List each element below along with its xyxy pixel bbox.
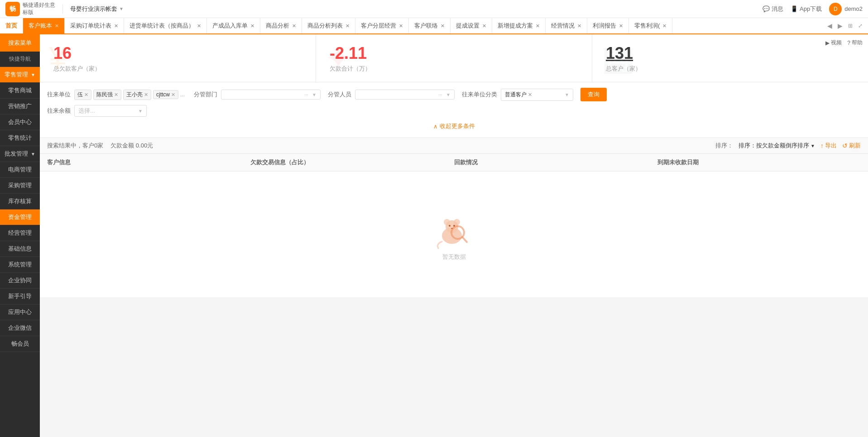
data-table: 客户信息 欠款交易信息（占比） 回款情况 到期未收款日期 bbox=[40, 154, 868, 297]
video-icon: ▶ bbox=[825, 40, 830, 46]
unit-type-select[interactable]: 普通客户 ✕ ▼ bbox=[501, 89, 573, 101]
tab-cost-inbound[interactable]: 产成品入库单 ✕ bbox=[207, 18, 260, 34]
collapse-btn[interactable]: ∧ 收起更多条件 bbox=[47, 120, 861, 132]
tab-inbound-stats[interactable]: 进货单统计表（按商品） ✕ bbox=[124, 18, 207, 34]
sidebar-item-wechat[interactable]: 企业微信 bbox=[0, 320, 40, 336]
remove-tag-chen[interactable]: ✕ bbox=[114, 92, 118, 98]
unit-more-btn[interactable]: ... bbox=[180, 91, 185, 98]
video-btn[interactable]: ▶ 视频 bbox=[825, 39, 842, 47]
sidebar-item-marketing[interactable]: 营销推广 bbox=[0, 99, 40, 114]
message-btn[interactable]: 💬 消息 bbox=[762, 5, 783, 13]
close-tab-profit[interactable]: ✕ bbox=[619, 23, 623, 29]
search-result-bar: 搜索结果中，客户0家 欠款金额 0.00元 排序： 排序：按欠款金额倒序排序 ▼… bbox=[40, 138, 868, 154]
tab-product-analysis[interactable]: 商品分析 ✕ bbox=[260, 18, 302, 34]
sidebar-item-app-center[interactable]: 应用中心 bbox=[0, 304, 40, 320]
unit-filter-label: 往来单位 bbox=[47, 90, 71, 99]
close-tab-accounts[interactable]: ✕ bbox=[55, 23, 59, 29]
close-tab-new-improve[interactable]: ✕ bbox=[536, 23, 540, 29]
remove-tag-wu[interactable]: ✕ bbox=[84, 92, 88, 98]
sidebar-item-operation[interactable]: 经营管理 bbox=[0, 225, 40, 241]
sidebar-item-ecommerce[interactable]: 电商管理 bbox=[0, 162, 40, 178]
sidebar-item-retail-stats[interactable]: 零售统计 bbox=[0, 130, 40, 146]
app-download-btn[interactable]: 📱 App下载 bbox=[791, 5, 822, 13]
dept-chevron-icon: ▼ bbox=[312, 92, 317, 97]
filter-row-2: 往来余额 选择... ▼ bbox=[47, 105, 861, 117]
tab-customer-contact[interactable]: 客户联络 ✕ bbox=[409, 18, 451, 34]
dept-select[interactable]: ··· ▼ bbox=[221, 90, 321, 100]
sidebar-item-wholesale[interactable]: 批发管理 ▼ bbox=[0, 146, 40, 162]
sidebar-item-purchase[interactable]: 采购管理 bbox=[0, 178, 40, 194]
tab-new-improve[interactable]: 新增提成方案 ✕ bbox=[492, 18, 546, 34]
close-tab-improve[interactable]: ✕ bbox=[482, 23, 486, 29]
tab-retail-profit[interactable]: 零售利润( ✕ bbox=[629, 18, 672, 34]
store-selector[interactable]: 母婴行业演示帐套 ▼ bbox=[70, 5, 124, 13]
tab-improve-settings[interactable]: 提成设置 ✕ bbox=[451, 18, 492, 34]
sidebar-search[interactable]: 搜索菜单 bbox=[0, 34, 40, 52]
message-icon: 💬 bbox=[762, 5, 770, 12]
refresh-btn[interactable]: ↺ 刷新 bbox=[842, 142, 861, 150]
logo-text: 畅捷通好生意 标版 bbox=[23, 2, 55, 16]
remove-tag-wang[interactable]: ✕ bbox=[144, 92, 148, 98]
top-right-actions: ▶ 视频 ? 帮助 bbox=[825, 39, 863, 47]
unit-type-chevron-icon: ▼ bbox=[565, 92, 569, 97]
customer-count-text: 搜索结果中，客户0家 bbox=[47, 142, 103, 150]
person-select[interactable]: ··· ▼ bbox=[355, 90, 455, 100]
svg-point-8 bbox=[451, 228, 453, 229]
dept-more-icon: ··· bbox=[304, 92, 308, 97]
download-icon: 📱 bbox=[791, 5, 798, 12]
nav-expand-btn[interactable]: ⊞ bbox=[846, 22, 854, 30]
nav-tabs: 首页 客户账本 ✕ 采购订单统计表 ✕ 进货单统计表（按商品） ✕ 产成品入库单… bbox=[0, 18, 868, 34]
person-filter-label: 分管人员 bbox=[328, 90, 351, 99]
help-icon: ? bbox=[847, 40, 850, 46]
close-tab-product[interactable]: ✕ bbox=[292, 23, 296, 29]
sidebar-item-member[interactable]: 会员中心 bbox=[0, 114, 40, 130]
stat-total-debt-amount: ✦ -2.11 欠款合计（万） bbox=[316, 34, 592, 82]
tab-product-analysis-list[interactable]: 商品分析列表 ✕ bbox=[302, 18, 355, 34]
refresh-icon: ↺ bbox=[842, 142, 848, 149]
close-tab-retail[interactable]: ✕ bbox=[662, 23, 667, 29]
sidebar-quick-nav[interactable]: 快捷导航 bbox=[0, 52, 40, 67]
close-tab-contact[interactable]: ✕ bbox=[441, 23, 445, 29]
export-icon: ↑ bbox=[820, 142, 824, 149]
sidebar-item-system[interactable]: 系统管理 bbox=[0, 257, 40, 273]
close-tab-cost[interactable]: ✕ bbox=[250, 23, 254, 29]
help-btn[interactable]: ? 帮助 bbox=[847, 39, 863, 47]
col-debt: 欠款交易信息（占比） bbox=[250, 158, 454, 166]
tab-business-status[interactable]: 经营情况 ✕ bbox=[546, 18, 587, 34]
sidebar-item-free-member[interactable]: 畅会员 bbox=[0, 336, 40, 352]
nav-next-btn[interactable]: ▶ bbox=[836, 21, 844, 30]
sidebar-item-enterprise[interactable]: 企业协同 bbox=[0, 273, 40, 289]
svg-point-2 bbox=[444, 219, 450, 225]
export-btn[interactable]: ↑ 导出 bbox=[820, 142, 837, 150]
col-due: 到期未收款日期 bbox=[657, 158, 861, 166]
sort-select[interactable]: 排序：按欠款金额倒序排序 ▼ bbox=[739, 142, 815, 150]
close-tab-segment[interactable]: ✕ bbox=[399, 23, 403, 29]
remove-unit-type-normal[interactable]: ✕ bbox=[528, 92, 532, 98]
sidebar-item-inventory[interactable]: 库存核算 bbox=[0, 194, 40, 209]
remove-tag-cjttcw[interactable]: ✕ bbox=[171, 92, 175, 98]
sidebar-item-finance[interactable]: 资金管理 bbox=[0, 209, 40, 225]
tab-home[interactable]: 首页 bbox=[0, 18, 23, 34]
nav-prev-btn[interactable]: ◀ bbox=[825, 21, 834, 30]
user-profile[interactable]: D demo2 bbox=[829, 3, 863, 15]
close-tab-purchase[interactable]: ✕ bbox=[114, 23, 118, 29]
tab-purchase-order[interactable]: 采购订单统计表 ✕ bbox=[65, 18, 124, 34]
col-customer: 客户信息 bbox=[47, 158, 250, 166]
logo-area: 畅 畅捷通好生意 标版 bbox=[5, 2, 55, 16]
avatar: D bbox=[829, 3, 842, 15]
balance-select[interactable]: 选择... ▼ bbox=[74, 105, 147, 117]
query-button[interactable]: 查询 bbox=[580, 88, 607, 101]
nav-fullscreen-btn[interactable]: ⤢ bbox=[856, 22, 864, 30]
close-tab-inbound[interactable]: ✕ bbox=[197, 23, 201, 29]
result-actions: 排序： 排序：按欠款金额倒序排序 ▼ ↑ 导出 ↺ 刷新 bbox=[715, 142, 861, 150]
sidebar-item-basic[interactable]: 基础信息 bbox=[0, 241, 40, 257]
tab-accounts[interactable]: 客户账本 ✕ bbox=[23, 18, 65, 34]
tab-customer-segment[interactable]: 客户分层经营 ✕ bbox=[355, 18, 409, 34]
close-tab-product-list[interactable]: ✕ bbox=[345, 23, 350, 29]
sidebar-item-retail-mall[interactable]: 零售商城 bbox=[0, 83, 40, 99]
sidebar-item-new-guide[interactable]: 新手引导 bbox=[0, 289, 40, 304]
tab-profit-report[interactable]: 利润报告 ✕ bbox=[587, 18, 629, 34]
close-tab-business[interactable]: ✕ bbox=[577, 23, 581, 29]
sidebar-item-retail[interactable]: 零售管理 ▼ bbox=[0, 67, 40, 83]
balance-placeholder: 选择... bbox=[78, 107, 95, 115]
